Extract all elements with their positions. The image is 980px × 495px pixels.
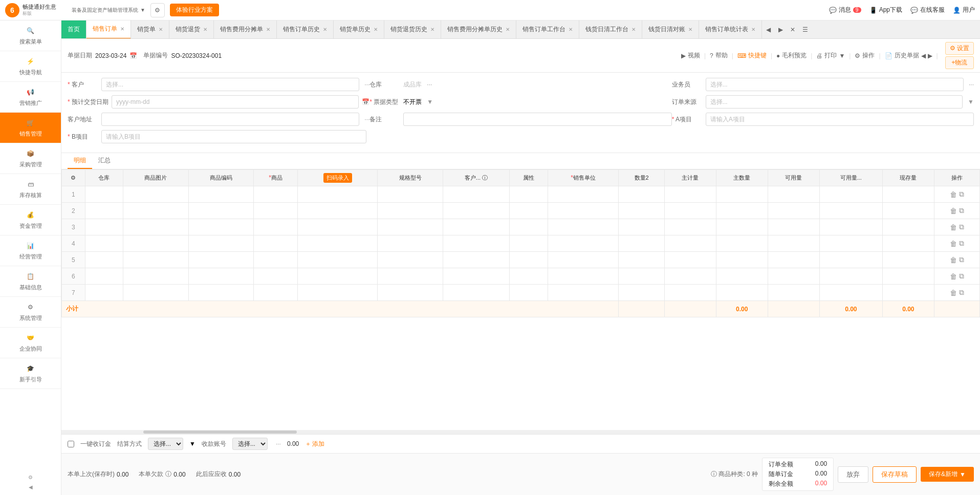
tab-cashflow-reconcile[interactable]: 钱货日清对账 ✕ [642,20,699,39]
tab-close-icon[interactable]: ✕ [323,27,327,32]
delete-icon[interactable]: 🗑 [950,289,957,297]
address-dots[interactable]: ··· [364,116,369,123]
tab-sales-expense[interactable]: 销售费用分摊单 ✕ [214,20,277,39]
discard-button[interactable]: 放弃 [838,466,868,483]
print-btn[interactable]: 🖨 打印 ▼ [816,51,845,60]
gear-button[interactable]: ⚙ [150,3,165,17]
account-dots[interactable]: ··· [276,440,281,447]
salesperson-dots[interactable]: ··· [969,81,974,88]
order-source-arrow[interactable]: ▼ [968,98,974,105]
tab-prev-btn[interactable]: ◀ [762,20,774,39]
tab-workbench[interactable]: 销售订单工作台 ✕ [516,20,579,39]
copy-icon[interactable]: ⧉ [959,239,964,248]
detail-tab-huizong[interactable]: 汇总 [92,153,117,169]
sidebar-item-collab[interactable]: 🤝 企业协同 [0,328,61,358]
barcode-btn[interactable]: 扫码录入 [323,173,352,183]
set-button[interactable]: ⚙ 设置 [945,42,974,55]
save-draft-button[interactable]: 保存草稿 [873,466,917,483]
tab-next-btn[interactable]: ▶ [774,20,787,39]
tab-close-icon[interactable]: ✕ [631,27,636,32]
add-logistics-button[interactable]: +物流 [945,56,974,69]
col-settings[interactable]: ⚙ [62,170,85,186]
payment-method-select[interactable]: 选择... [148,438,183,450]
sidebar-item-sales[interactable]: 🛒 销售管理 [0,113,61,143]
detail-tab-mingxi[interactable]: 明细 [68,153,92,169]
view-btn[interactable]: ▶ 视频 [681,51,700,60]
sidebar-item-marketing[interactable]: 📢 营销推广 [0,82,61,113]
col-barcode[interactable]: 扫码录入 [297,170,377,186]
salesperson-input[interactable] [706,78,964,91]
tab-close-icon[interactable]: ✕ [569,27,573,32]
sidebar-item-finance[interactable]: 💰 资金管理 [0,205,61,235]
shortcut-btn[interactable]: ⌨ 快捷键 [737,51,767,60]
tab-close-icon[interactable]: ✕ [430,27,434,32]
delete-icon[interactable]: 🗑 [950,256,957,264]
delete-icon[interactable]: 🗑 [950,272,957,281]
tab-sales-invoice[interactable]: 销货单 ✕ [131,20,169,39]
project-a-input[interactable] [706,113,974,126]
tab-close-icon[interactable]: ✕ [120,26,124,32]
delete-icon[interactable]: 🗑 [950,207,957,215]
add-link[interactable]: ＋ 添加 [305,440,324,448]
date-value[interactable]: 2023-03-24 [95,52,126,59]
delivery-input[interactable] [112,95,359,109]
sidebar-collapse-btn[interactable]: ◀ [29,484,33,490]
tab-return-history[interactable]: 销货退货历史 ✕ [384,20,441,39]
app-download-button[interactable]: 📱 App下载 [869,6,902,14]
warehouse-dots[interactable]: ··· [427,81,432,88]
tab-close-icon[interactable]: ✕ [159,27,163,32]
copy-icon[interactable]: ⧉ [959,223,964,231]
ops-btn[interactable]: ⚙ 操作 [855,51,875,60]
sidebar-item-purchase[interactable]: 📦 采购管理 [0,143,61,174]
calendar-icon[interactable]: 📅 [129,52,137,59]
help-btn[interactable]: ? 帮助 [710,51,728,60]
copy-icon[interactable]: ⧉ [959,190,964,199]
order-source-input[interactable] [706,95,963,109]
delete-icon[interactable]: 🗑 [950,240,957,248]
delete-icon[interactable]: 🗑 [950,190,957,199]
address-input[interactable] [101,113,359,126]
delete-icon[interactable]: 🗑 [950,223,957,231]
history-btn[interactable]: 📄 历史单据 ◀▶ [885,51,932,60]
project-b-input[interactable] [101,130,366,143]
copy-icon[interactable]: ⧉ [959,288,964,297]
tab-sales-return[interactable]: 销货退货 ✕ [169,20,214,39]
horizontal-scrollbar[interactable] [61,430,980,434]
message-button[interactable]: 💬 消息 9 [829,6,861,14]
sidebar-settings-btn[interactable]: ⚙ [28,475,33,480]
sidebar-item-nav[interactable]: ⚡ 快捷导航 [0,51,61,82]
sidebar-item-search[interactable]: 🔍 搜索菜单 [0,20,61,51]
sidebar-item-system[interactable]: ⚙ 系统管理 [0,297,61,328]
account-select[interactable]: 选择... [232,438,268,450]
system-title[interactable]: 装备及固定资产辅助管理系统 ▼ [72,7,145,14]
tab-close-icon[interactable]: ✕ [688,27,692,32]
tab-close-all-btn[interactable]: ✕ [787,20,799,39]
tab-sales-order-history[interactable]: 销售订单历史 ✕ [277,20,334,39]
copy-icon[interactable]: ⧉ [959,206,964,215]
tab-menu-btn[interactable]: ☰ [799,20,811,39]
note-input[interactable] [403,113,671,126]
tab-close-icon[interactable]: ✕ [506,27,510,32]
calendar2-icon[interactable]: 📅 [362,98,369,105]
sidebar-item-basic[interactable]: 📋 基础信息 [0,266,61,297]
tab-close-icon[interactable]: ✕ [203,27,207,32]
customer-dots[interactable]: ··· [364,81,369,88]
customer-input[interactable] [101,78,359,91]
tab-close-icon[interactable]: ✕ [266,27,270,32]
copy-icon[interactable]: ⧉ [959,272,964,281]
tab-invoice-history[interactable]: 销货单历史 ✕ [334,20,384,39]
invoice-arrow[interactable]: ▼ [427,98,433,105]
tab-close-icon[interactable]: ✕ [374,27,378,32]
one-click-checkbox[interactable] [68,441,74,447]
user-button[interactable]: 👤 用户 [953,6,975,14]
tab-close-icon[interactable]: ✕ [751,27,755,32]
tab-expense-history[interactable]: 销售费用分摊单历史 ✕ [441,20,516,39]
solution-button[interactable]: 体验行业方案 [170,4,219,16]
tab-sales-order[interactable]: 销售订单 ✕ [86,20,131,39]
tab-home[interactable]: 首页 [61,20,86,39]
sidebar-item-inventory[interactable]: 🗃 库存核算 [0,174,61,205]
sidebar-item-operations[interactable]: 📊 经营管理 [0,235,61,266]
tab-stats[interactable]: 销售订单统计表 ✕ [699,20,762,39]
online-service-button[interactable]: 💬 在线客服 [910,6,945,14]
tab-cashflow-workbench[interactable]: 钱货日清工作台 ✕ [579,20,642,39]
